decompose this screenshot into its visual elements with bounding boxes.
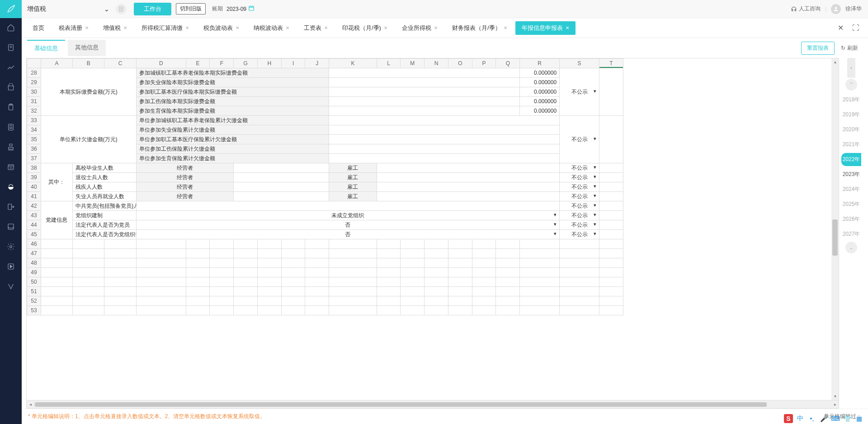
- cell[interactable]: [136, 306, 186, 315]
- side-calc[interactable]: [4, 120, 18, 134]
- value-cell[interactable]: 未成立党组织: [136, 211, 559, 220]
- cell[interactable]: [186, 239, 210, 249]
- row-number[interactable]: 33: [27, 116, 41, 125]
- cell[interactable]: [401, 258, 425, 268]
- cell[interactable]: [329, 239, 377, 249]
- doc-icon[interactable]: [116, 4, 127, 14]
- cell[interactable]: [41, 249, 72, 258]
- cell[interactable]: [599, 268, 623, 277]
- year-item[interactable]: 2025年: [841, 198, 861, 211]
- spreadsheet[interactable]: ABCDEFGHIJKLMNOPQRST 28本期实际缴费金额(万元)参加城镇职…: [27, 58, 623, 315]
- cell[interactable]: [281, 287, 305, 296]
- cell[interactable]: [472, 306, 496, 315]
- cell[interactable]: [520, 268, 560, 277]
- cell[interactable]: [104, 306, 136, 315]
- year-item[interactable]: 2021年: [841, 138, 861, 151]
- cell[interactable]: [281, 268, 305, 277]
- cell[interactable]: [377, 239, 401, 249]
- row-number[interactable]: 34: [27, 125, 41, 135]
- cell[interactable]: [448, 306, 472, 315]
- tab-item[interactable]: 纳税波动表✕: [247, 21, 296, 35]
- row-number[interactable]: 32: [27, 106, 41, 116]
- cell[interactable]: [599, 192, 623, 201]
- cell[interactable]: [234, 296, 258, 306]
- sub-col[interactable]: 经营者: [136, 173, 233, 182]
- cell[interactable]: [73, 277, 104, 287]
- sub-col[interactable]: 经营者: [136, 163, 233, 173]
- cell[interactable]: [520, 277, 560, 287]
- cell[interactable]: [41, 287, 72, 296]
- group-label[interactable]: 本期实际缴费金额(万元): [41, 68, 136, 116]
- cell[interactable]: [599, 249, 623, 258]
- row-number[interactable]: 28: [27, 68, 41, 78]
- sub-col[interactable]: 雇工: [329, 173, 377, 182]
- row-label[interactable]: 单位参加失业保险累计欠缴金额: [136, 125, 329, 135]
- cell[interactable]: [560, 287, 599, 296]
- cell[interactable]: [599, 287, 623, 296]
- cell[interactable]: [599, 211, 623, 220]
- cell[interactable]: [329, 258, 377, 268]
- cell[interactable]: [329, 144, 560, 154]
- cell[interactable]: [560, 249, 599, 258]
- cell[interactable]: [496, 258, 520, 268]
- col-header[interactable]: A: [41, 59, 72, 68]
- year-item[interactable]: 2023年: [841, 168, 861, 181]
- cell[interactable]: [257, 306, 281, 315]
- cell[interactable]: [234, 249, 258, 258]
- tab-item[interactable]: 税负波动表✕: [197, 21, 245, 35]
- row-number[interactable]: 38: [27, 163, 41, 173]
- module-selector[interactable]: 增值税 ⌄: [27, 5, 113, 13]
- cell[interactable]: [281, 296, 305, 306]
- cell[interactable]: [210, 258, 234, 268]
- refresh-button[interactable]: ↻ 刷新: [841, 44, 858, 52]
- cell[interactable]: [305, 296, 329, 306]
- tab-close-all[interactable]: ✕: [835, 22, 846, 34]
- cell[interactable]: [496, 296, 520, 306]
- cell[interactable]: [234, 287, 258, 296]
- year-item[interactable]: 2018年: [841, 93, 861, 106]
- row-label[interactable]: 残疾人人数: [73, 182, 137, 192]
- cell[interactable]: [425, 249, 448, 258]
- cell[interactable]: [496, 277, 520, 287]
- cell[interactable]: [377, 268, 401, 277]
- cell[interactable]: [599, 201, 623, 211]
- cell[interactable]: [136, 296, 186, 306]
- cell[interactable]: [41, 306, 72, 315]
- cell[interactable]: [599, 68, 623, 116]
- close-icon[interactable]: ✕: [236, 25, 239, 30]
- row-label[interactable]: 高校毕业生人数: [73, 163, 137, 173]
- cell[interactable]: [73, 249, 104, 258]
- side-chart[interactable]: [4, 61, 18, 74]
- side-report[interactable]: [4, 41, 18, 54]
- cell[interactable]: [599, 258, 623, 268]
- cell[interactable]: [560, 296, 599, 306]
- cell[interactable]: [496, 268, 520, 277]
- cell[interactable]: [329, 287, 377, 296]
- cell[interactable]: [448, 268, 472, 277]
- tab-item[interactable]: 年报信息申报表✕: [515, 21, 576, 35]
- horizontal-scrollbar[interactable]: ◂ ▸: [27, 400, 839, 408]
- year-item[interactable]: 2027年: [841, 228, 861, 241]
- col-header[interactable]: R: [520, 59, 560, 68]
- row-number[interactable]: 35: [27, 135, 41, 144]
- sub-col[interactable]: 经营者: [136, 192, 233, 201]
- close-icon[interactable]: ✕: [85, 25, 89, 30]
- cell[interactable]: [136, 239, 186, 249]
- cell[interactable]: [425, 287, 448, 296]
- cell[interactable]: [377, 192, 559, 201]
- cell[interactable]: [104, 268, 136, 277]
- row-label[interactable]: 失业人员再就业人数: [73, 192, 137, 201]
- cell[interactable]: [104, 239, 136, 249]
- tab-item[interactable]: 所得税汇算清缴✕: [135, 21, 195, 35]
- cell[interactable]: [472, 239, 496, 249]
- cell[interactable]: [257, 239, 281, 249]
- side-settings[interactable]: [4, 240, 18, 253]
- col-header[interactable]: H: [257, 59, 281, 68]
- cell[interactable]: [186, 277, 210, 287]
- cell[interactable]: [599, 306, 623, 315]
- cell[interactable]: [377, 287, 401, 296]
- cell[interactable]: [425, 268, 448, 277]
- ime-keyboard-icon[interactable]: ⌨: [831, 414, 840, 423]
- row-number[interactable]: 48: [27, 258, 41, 268]
- cell[interactable]: [281, 239, 305, 249]
